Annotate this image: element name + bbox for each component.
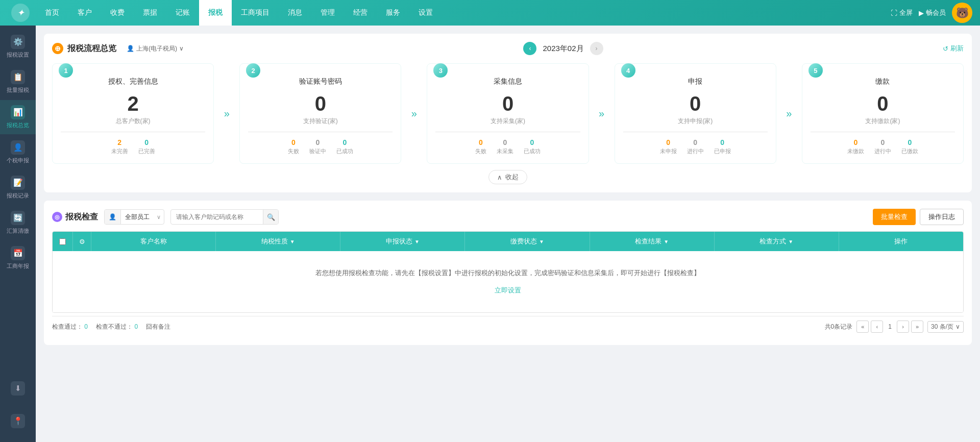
th-declare-status[interactable]: 申报状态 ▼ [340, 232, 465, 251]
stat-label: 未申报 [660, 148, 677, 155]
sidebar-item-personal-tax[interactable]: 👤 个税申报 [0, 135, 36, 169]
last-page-button[interactable]: » [911, 321, 923, 333]
flow-arrow-2: » [401, 63, 427, 164]
nav-fee[interactable]: 收费 [101, 0, 134, 26]
prev-month-button[interactable]: ‹ [523, 42, 536, 55]
location-icon: 👤 [127, 45, 134, 52]
nav-menu: 首页 客户 收费 票据 记账 报税 工商项目 消息 管理 经营 服务 设置 [36, 0, 891, 26]
first-page-button[interactable]: « [856, 321, 869, 333]
stat-num: 0 [291, 138, 296, 146]
stat-num: 0 [342, 138, 347, 146]
stat-num: 2 [117, 138, 121, 146]
stat-item: 0 已缴款 [901, 138, 918, 155]
left-sidebar: ⚙️ 报税设置 📋 批量报税 📊 报税总览 👤 个税申报 📝 报税记录 🔄 汇算… [0, 26, 36, 442]
empty-message-container: 若您想使用报税检查功能，请先在【报税设置】中进行报税的初始化设置，完成密码验证和… [315, 266, 700, 297]
location-badge[interactable]: 👤 上海(电子税局) ∨ [127, 44, 184, 53]
setup-link[interactable]: 立即设置 [495, 286, 521, 294]
sidebar-item-download[interactable]: ⬇ [9, 373, 27, 404]
stat-item: 0 验证中 [309, 138, 326, 155]
refresh-button[interactable]: ↺ 刷新 [943, 44, 964, 53]
stat-num: 0 [479, 138, 483, 146]
sidebar-label-tax-overview: 报税总览 [7, 121, 29, 129]
overview-title-icon: ⊕ [52, 43, 63, 54]
search-input[interactable] [171, 213, 263, 220]
employee-filter-arrow[interactable]: ∨ [154, 214, 164, 220]
fullscreen-icon: ⛶ [891, 9, 897, 17]
prev-page-button[interactable]: ‹ [871, 321, 883, 333]
header-actions: 批量检查 操作日志 [873, 209, 964, 225]
employee-filter-value: 全部员工 [121, 210, 154, 224]
step-badge-5: 5 [808, 63, 823, 78]
table-footer: 检查通过： 0 检查不通过： 0 囧有备注 共0条记录 « ‹ 1 [52, 316, 964, 337]
card-divider-3 [435, 132, 580, 132]
stat-num: 0 [908, 138, 912, 146]
mascot-avatar[interactable]: 🐻 [952, 3, 972, 23]
fail-count[interactable]: 0 [134, 323, 138, 330]
nav-right-area: ⛶ 全屏 ▶ 畅会员 🐻 [891, 3, 980, 23]
nav-customer[interactable]: 客户 [68, 0, 101, 26]
stat-num: 0 [530, 138, 534, 146]
th-gear[interactable]: ⚙ [73, 232, 91, 251]
pass-count[interactable]: 0 [84, 323, 88, 330]
collapse-button[interactable]: ∧ 收起 [488, 170, 527, 184]
sidebar-item-reconciliation[interactable]: 🔄 汇算清缴 [0, 206, 36, 240]
select-all-checkbox[interactable] [59, 238, 66, 245]
pass-label-text: 检查通过： [52, 323, 83, 330]
th-tax-nature[interactable]: 纳税性质 ▼ [216, 232, 340, 251]
location-chevron: ∨ [179, 45, 184, 52]
nav-tax[interactable]: 报税 [199, 0, 232, 26]
next-month-button[interactable]: › [590, 42, 603, 55]
current-page: 1 [885, 323, 895, 330]
nav-management[interactable]: 管理 [311, 0, 344, 26]
nav-bookkeeping[interactable]: 记账 [166, 0, 199, 26]
sidebar-item-tax-records[interactable]: 📝 报税记录 [0, 170, 36, 205]
per-page-arrow: ∨ [955, 323, 960, 330]
th-check-method-label: 检查方式 [760, 237, 786, 246]
sidebar-item-tax-overview[interactable]: 📊 报税总览 [0, 100, 36, 134]
flow-card-2: 2 验证账号密码 0 支持验证(家) 0 失败 0 验证中 [239, 63, 401, 164]
nav-business[interactable]: 工商项目 [232, 0, 279, 26]
nav-home[interactable]: 首页 [36, 0, 68, 26]
vip-button[interactable]: ▶ 畅会员 [919, 8, 946, 17]
fullscreen-button[interactable]: ⛶ 全屏 [891, 8, 913, 17]
sidebar-item-tax-settings[interactable]: ⚙️ 报税设置 [0, 30, 36, 64]
nav-service[interactable]: 服务 [377, 0, 409, 26]
sidebar-label-annual-report: 工商年报 [7, 262, 29, 270]
card-stats-1: 2 未完善 0 已完善 [61, 138, 205, 155]
th-payment-status[interactable]: 缴费状态 ▼ [465, 232, 590, 251]
th-check-method[interactable]: 检查方式 ▼ [715, 232, 839, 251]
card-title-3: 采集信息 [435, 77, 580, 86]
search-button[interactable]: 🔍 [263, 210, 278, 224]
sidebar-item-annual-report[interactable]: 📅 工商年报 [0, 241, 36, 275]
operation-log-button[interactable]: 操作日志 [920, 209, 964, 225]
month-navigator: ‹ 2023年02月 › [523, 42, 603, 55]
filter-icon: ▼ [414, 239, 420, 244]
sidebar-item-location[interactable]: 📍 [9, 405, 27, 437]
nav-operation[interactable]: 经营 [344, 0, 377, 26]
th-check-result[interactable]: 检查结果 ▼ [590, 232, 715, 251]
card-number-3: 0 [435, 92, 580, 115]
nav-message[interactable]: 消息 [279, 0, 311, 26]
batch-check-button[interactable]: 批量检查 [873, 209, 916, 225]
next-page-button[interactable]: › [897, 321, 909, 333]
stat-num: 0 [854, 138, 858, 146]
nav-settings[interactable]: 设置 [409, 0, 442, 26]
stat-item: 0 已成功 [524, 138, 541, 155]
sidebar-item-batch-tax[interactable]: 📋 批量报税 [0, 65, 36, 99]
collapse-icon: ∧ [497, 174, 502, 181]
th-checkbox[interactable] [53, 232, 73, 251]
flow-arrow-1: » [214, 63, 239, 164]
per-page-selector[interactable]: 30 条/页 ∨ [927, 321, 964, 333]
flow-card-1: 1 授权、完善信息 2 总客户数(家) 2 未完善 0 已完善 [52, 63, 214, 164]
overview-title: ⊕ 报税流程总览 [52, 43, 116, 54]
table-body-empty: 若您想使用报税检查功能，请先在【报税设置】中进行报税的初始化设置，完成密码验证和… [53, 251, 963, 312]
table-header: ⚙ 客户名称 纳税性质 ▼ 申报状态 ▼ 缴费状态 ▼ [53, 232, 963, 251]
remark-label: 囧有备注 [146, 323, 170, 331]
employee-filter[interactable]: 👤 全部员工 ∨ [104, 209, 164, 225]
collapse-button-container: ∧ 收起 [52, 170, 964, 184]
taxcheck-section: ◎ 报税检查 👤 全部员工 ∨ 🔍 批量检查 操作日志 [44, 201, 972, 345]
sidebar-bottom: ⬇ 📍 [9, 373, 27, 442]
search-box: 🔍 [170, 209, 279, 225]
pass-label: 检查通过： 0 [52, 323, 88, 331]
nav-invoice[interactable]: 票据 [134, 0, 166, 26]
